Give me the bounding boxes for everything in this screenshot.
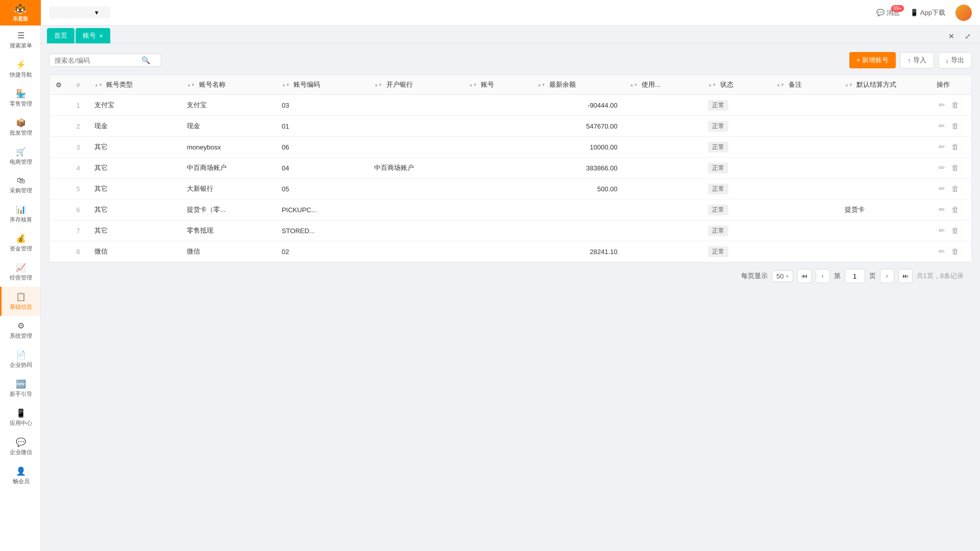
- row-num-6: 7: [68, 220, 88, 241]
- delete-button-0[interactable]: 🗑: [949, 99, 961, 110]
- search-input[interactable]: [55, 57, 141, 64]
- logo-icon: 🐯: [14, 3, 27, 15]
- sidebar-item-new-guide[interactable]: 🆕新手引导: [0, 374, 40, 403]
- row-account-3: [463, 158, 531, 179]
- edit-button-4[interactable]: ✏: [937, 183, 947, 194]
- sidebar-item-ecommerce-mgmt[interactable]: 🛒电商管理: [0, 142, 40, 171]
- edit-button-6[interactable]: ✏: [937, 225, 947, 236]
- row-balance-2: 10000.00: [531, 137, 624, 158]
- topbar-search-input[interactable]: [54, 9, 95, 16]
- next-page-button[interactable]: ›: [880, 269, 894, 283]
- status-badge-7: 正常: [708, 246, 728, 257]
- tab-account-close-icon[interactable]: ✕: [99, 33, 103, 39]
- app-download-label: App下载: [920, 8, 945, 17]
- delete-button-3[interactable]: 🗑: [949, 162, 961, 173]
- sidebar-item-system-mgmt[interactable]: ⚙系统管理: [0, 316, 40, 345]
- sidebar-item-corp-agreement[interactable]: 📄企业协同: [0, 345, 40, 374]
- app-download-icon: 📱: [910, 9, 918, 16]
- edit-button-7[interactable]: ✏: [937, 246, 947, 257]
- delete-button-2[interactable]: 🗑: [949, 141, 961, 152]
- search-box[interactable]: 🔍: [49, 54, 161, 67]
- settings-icon[interactable]: ⚙: [56, 81, 62, 89]
- th-type[interactable]: ▲▼ 账号类型: [88, 75, 181, 95]
- sidebar-item-retail-mgmt[interactable]: 🏪零售管理: [0, 84, 40, 113]
- sidebar-item-search-menu[interactable]: ☰搜索菜单: [0, 26, 40, 55]
- tab-account[interactable]: 账号 ✕: [76, 28, 110, 43]
- th-code[interactable]: ▲▼ 账号编码: [276, 75, 368, 95]
- th-usage[interactable]: ▲▼ 使用...: [624, 75, 702, 95]
- th-status[interactable]: ▲▼ 状态: [702, 75, 770, 95]
- row-note-7: [770, 241, 839, 262]
- delete-button-5[interactable]: 🗑: [949, 204, 961, 215]
- row-num-3: 4: [68, 158, 88, 179]
- row-balance-6: [531, 220, 624, 241]
- edit-button-2[interactable]: ✏: [937, 141, 947, 153]
- add-account-button[interactable]: + 新增账号: [849, 52, 896, 68]
- row-type-4: 其它: [88, 179, 181, 199]
- th-note[interactable]: ▲▼ 备注: [770, 75, 839, 95]
- row-default-payment-3: [839, 158, 930, 179]
- page-number-input[interactable]: [845, 269, 865, 283]
- edit-button-1[interactable]: ✏: [937, 120, 947, 132]
- row-note-1: [770, 116, 839, 137]
- per-page-select[interactable]: 50 ▾: [772, 270, 793, 282]
- delete-button-7[interactable]: 🗑: [949, 246, 961, 257]
- sidebar-item-inventory-calc[interactable]: 📊库存核算: [0, 199, 40, 229]
- sidebar-item-corp-wechat[interactable]: 💬企业微信: [0, 432, 40, 461]
- row-account-0: [463, 95, 531, 116]
- edit-button-3[interactable]: ✏: [937, 162, 947, 173]
- message-badge: 99+: [891, 5, 904, 12]
- topbar-dropdown-icon[interactable]: ▾: [95, 9, 99, 16]
- edit-button-0[interactable]: ✏: [937, 99, 947, 111]
- th-name[interactable]: ▲▼ 账号名称: [181, 75, 276, 95]
- topbar-search[interactable]: ▾: [49, 7, 110, 18]
- row-usage-1: [624, 116, 702, 137]
- sidebar-item-finance-mgmt[interactable]: 💰资金管理: [0, 229, 40, 258]
- row-action-1: ✏ 🗑: [930, 116, 971, 137]
- sidebar-item-quick-nav[interactable]: ⚡快捷导航: [0, 55, 40, 84]
- export-button[interactable]: ↓ 导出: [938, 52, 972, 68]
- import-button[interactable]: ↑ 导入: [900, 52, 934, 68]
- th-bank[interactable]: ▲▼ 开户银行: [368, 75, 463, 95]
- finance-mgmt-label: 资金管理: [10, 245, 32, 253]
- row-bank-6: [368, 220, 463, 241]
- tab-home[interactable]: 首页: [47, 28, 75, 43]
- delete-button-4[interactable]: 🗑: [949, 183, 961, 194]
- retail-mgmt-icon: 🏪: [16, 89, 26, 98]
- row-code-2: 06: [276, 137, 368, 158]
- tab-close-button[interactable]: ✕: [945, 31, 958, 41]
- total-info: 共1页，8条记录: [917, 271, 964, 281]
- row-bank-2: [368, 137, 463, 158]
- th-balance[interactable]: ▲▼ 最新余额: [531, 75, 624, 95]
- last-page-button[interactable]: ⏭: [898, 269, 913, 283]
- quick-nav-icon: ⚡: [16, 60, 26, 69]
- sidebar-item-member[interactable]: 👤畅会员: [0, 461, 40, 490]
- edit-button-5[interactable]: ✏: [937, 204, 947, 215]
- sort-arrows-note: ▲▼: [776, 83, 785, 87]
- prev-page-button[interactable]: ‹: [816, 269, 830, 283]
- sidebar-item-wholesale-mgmt[interactable]: 📦批发管理: [0, 113, 40, 142]
- search-icon[interactable]: 🔍: [141, 56, 150, 64]
- user-avatar[interactable]: [955, 5, 972, 21]
- app-download-button[interactable]: 📱 App下载: [910, 8, 945, 17]
- message-button[interactable]: 💬 消息 99+: [876, 8, 900, 17]
- row-action-6: ✏ 🗑: [930, 220, 971, 241]
- delete-button-1[interactable]: 🗑: [949, 120, 961, 131]
- sidebar-item-basic-info[interactable]: 📋基础信息: [0, 287, 40, 316]
- export-label: 导出: [951, 56, 964, 65]
- row-status-2: 正常: [702, 137, 770, 158]
- tab-expand-button[interactable]: ⤢: [962, 31, 974, 41]
- row-account-5: [463, 199, 531, 220]
- th-account[interactable]: ▲▼ 账号: [463, 75, 531, 95]
- import-label: 导入: [913, 56, 926, 65]
- row-status-4: 正常: [702, 179, 770, 199]
- sidebar-item-app-center[interactable]: 📱应用中心: [0, 403, 40, 432]
- sidebar-item-operations-mgmt[interactable]: 📈经营管理: [0, 258, 40, 287]
- sort-arrows-name: ▲▼: [187, 83, 195, 87]
- table-row: 3 其它 moneybosx 06 10000.00 正常 ✏ 🗑: [50, 137, 971, 158]
- row-usage-2: [624, 137, 702, 158]
- first-page-button[interactable]: ⏮: [797, 269, 812, 283]
- sidebar-item-purchase-mgmt[interactable]: 🛍采购管理: [0, 171, 40, 199]
- delete-button-6[interactable]: 🗑: [949, 225, 961, 236]
- th-default-payment[interactable]: ▲▼ 默认结算方式: [839, 75, 930, 95]
